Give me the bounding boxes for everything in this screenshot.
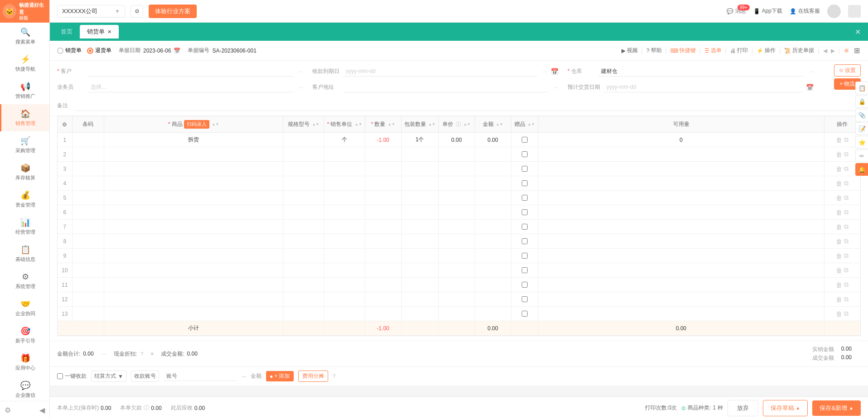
product-cell-1[interactable]: 拆货 [104, 133, 283, 147]
float-orange-button[interactable]: 🔔 [855, 163, 868, 176]
gift-checkbox-13[interactable] [522, 311, 528, 317]
sidebar-settings-icon[interactable]: ⚙ [5, 406, 11, 414]
settlement-method-select[interactable]: 结算方式 ▼ [91, 371, 126, 382]
sidebar-item-finance[interactable]: 💰 资金管理 [0, 186, 49, 213]
qty-sort-icon[interactable]: ▲▼ [388, 123, 395, 126]
payment-due-calendar-icon[interactable]: 📅 [551, 68, 558, 75]
remark-input[interactable] [75, 101, 861, 111]
gift-checkbox-5[interactable] [522, 195, 528, 201]
expected-delivery-calendar-icon[interactable]: 📅 [806, 84, 814, 91]
close-all-tabs-button[interactable]: ✕ [851, 26, 864, 38]
online-service-button[interactable]: 👤 在线客服 [790, 7, 820, 15]
copy-icon[interactable]: ⧉ [844, 179, 849, 187]
select-action[interactable]: ☰ 选单 [704, 47, 722, 54]
history-action[interactable]: 📜 历史单据 [784, 47, 814, 54]
copy-icon[interactable]: ⧉ [844, 223, 849, 231]
unit-price-cell-1[interactable]: 0.00 [438, 133, 475, 147]
gift-checkbox-4[interactable] [522, 180, 528, 186]
sidebar-item-basic[interactable]: 📋 基础信息 [0, 240, 49, 267]
customer-address-dots[interactable]: ··· [554, 84, 558, 91]
expected-delivery-input[interactable] [604, 82, 802, 92]
warehouse-input[interactable] [598, 66, 804, 77]
delete-icon[interactable]: 🗑 [836, 209, 842, 216]
gift-checkbox-11[interactable] [522, 282, 528, 288]
copy-icon[interactable]: ⧉ [844, 237, 849, 245]
product-type-icon[interactable]: ⊙ [681, 405, 686, 411]
delete-icon[interactable]: 🗑 [836, 223, 842, 231]
save-draft-button[interactable]: 保存草稿 ▲ [763, 400, 808, 416]
tab-sales-order[interactable]: 销货单 ✕ [80, 25, 119, 39]
delete-icon[interactable]: 🗑 [836, 180, 842, 187]
amount-sort-icon[interactable]: ▲▼ [496, 123, 503, 126]
payment-help-icon[interactable]: ? [333, 373, 336, 380]
account-input[interactable] [164, 371, 237, 381]
sidebar-collapse-icon[interactable]: ◀ [39, 406, 45, 414]
gift-checkbox-2[interactable] [522, 151, 528, 157]
float-lock-button[interactable]: 🔒 [855, 95, 868, 108]
gift-checkbox-9[interactable] [522, 253, 528, 259]
sidebar-item-operations[interactable]: 📊 经营管理 [0, 213, 49, 240]
sidebar-item-system[interactable]: ⚙ 系统管理 [0, 267, 49, 294]
radio-return-order[interactable]: 退货单 [87, 47, 112, 54]
next-record-icon[interactable]: ▶ [831, 48, 835, 54]
sidebar-item-sales[interactable]: 🏠 销售管理 [0, 104, 49, 131]
avatar[interactable] [827, 5, 841, 18]
copy-icon[interactable]: ⧉ [844, 208, 849, 216]
tab-home[interactable]: 首页 [53, 25, 80, 39]
payment-due-input[interactable] [343, 66, 537, 77]
gift-sort-icon[interactable]: ▲▼ [528, 123, 535, 126]
table-settings-icon[interactable]: ⚙ [62, 121, 67, 128]
add-payment-button[interactable]: ● + 添加 [266, 371, 294, 381]
message-button[interactable]: 💬 消息 99+ [727, 7, 746, 15]
copy-icon[interactable]: ⧉ [844, 165, 849, 173]
gift-checkbox-3[interactable] [522, 166, 528, 172]
sidebar-item-search[interactable]: 🔍 搜索菜单 [0, 23, 49, 50]
radio-sales-order[interactable]: 销货单 [57, 47, 82, 54]
float-clipboard-button[interactable]: 📋 [855, 82, 868, 94]
gift-checkbox-1[interactable] [522, 137, 528, 143]
float-edit-button[interactable]: ✏ [855, 149, 868, 162]
copy-icon[interactable]: ⧉ [844, 194, 849, 202]
scan-button[interactable]: 扫码录入 [184, 120, 209, 129]
copy-icon[interactable]: ⧉ [844, 266, 849, 274]
salesman-dots[interactable]: ··· [299, 84, 303, 91]
price-sort-icon[interactable]: ▲▼ [463, 123, 470, 126]
grid-view-icon[interactable]: ⊞ [853, 45, 861, 56]
prev-record-icon[interactable]: ◀ [823, 48, 827, 54]
company-selector[interactable]: XXXXXX公司 ▼ [57, 5, 125, 18]
float-attachment-button[interactable]: 📎 [855, 109, 868, 121]
sidebar-item-inventory[interactable]: 📦 库存核算 [0, 159, 49, 186]
owe-info-icon[interactable]: ⓘ [144, 404, 149, 412]
unit-sort-icon[interactable]: ▲▼ [355, 123, 362, 126]
copy-icon[interactable]: ⧉ [844, 150, 849, 158]
unit-price-info-icon[interactable]: ⓘ [456, 121, 461, 127]
gift-checkbox-7[interactable] [522, 224, 528, 230]
delete-icon[interactable]: 🗑 [836, 296, 842, 303]
float-note-button[interactable]: 📝 [855, 122, 868, 135]
spec-sort-icon[interactable]: ▲▼ [312, 123, 320, 126]
trial-button[interactable]: 体验行业方案 [149, 5, 197, 18]
video-action[interactable]: ▶ 视频 [621, 47, 638, 54]
one-key-payment-checkbox[interactable]: 一键收款 [57, 372, 87, 380]
copy-icon[interactable]: ⧉ [844, 310, 849, 318]
delete-icon[interactable]: 🗑 [836, 267, 842, 274]
expense-split-button[interactable]: 费用分摊 [298, 371, 328, 382]
customer-address-input[interactable] [343, 82, 548, 92]
delete-icon[interactable]: 🗑 [836, 238, 842, 245]
sidebar-item-purchase[interactable]: 🛒 采购管理 [0, 131, 49, 159]
gift-checkbox-12[interactable] [522, 296, 528, 302]
tab-close-icon[interactable]: ✕ [107, 29, 112, 35]
help-action[interactable]: ? 帮助 [646, 47, 662, 54]
gift-checkbox-8[interactable] [522, 238, 528, 244]
sidebar-item-quick-nav[interactable]: ⚡ 快捷导航 [0, 50, 49, 77]
sidebar-item-marketing[interactable]: 📢 营销推广 [0, 77, 49, 104]
delete-row-1-icon[interactable]: 🗑 [836, 136, 842, 144]
sidebar-item-appstore[interactable]: 🎁 应用中心 [0, 349, 49, 376]
customer-input[interactable] [88, 66, 293, 77]
operate-action[interactable]: ⚡ 操作 [756, 47, 776, 54]
product-sort-icon[interactable]: ▲▼ [212, 123, 219, 126]
calendar-icon[interactable]: 📅 [174, 48, 180, 54]
account-select[interactable]: 收款账号 [131, 371, 159, 382]
copy-icon[interactable]: ⧉ [844, 252, 849, 260]
sidebar-item-enterprise[interactable]: 🤝 企业协同 [0, 294, 49, 322]
